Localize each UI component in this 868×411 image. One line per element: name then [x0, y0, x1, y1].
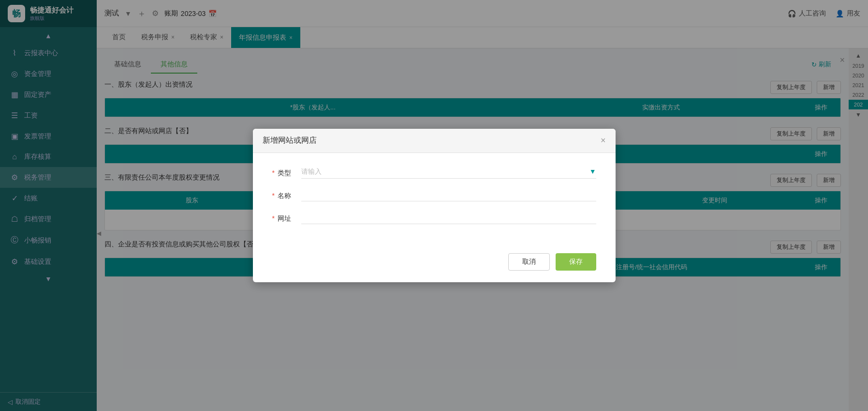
add-website-dialog: 新增网站或网店 × * 类型 ▼ * 名称: [253, 129, 616, 282]
dialog-footer: 取消 保存: [253, 245, 616, 282]
required-star-name: *: [272, 192, 275, 199]
form-input-url-wrap: [301, 213, 596, 224]
dialog-close-btn[interactable]: ×: [601, 136, 606, 146]
dialog-title: 新增网站或网店: [263, 136, 317, 146]
form-input-name-wrap: [301, 190, 596, 201]
form-label-name: * 名称: [272, 192, 301, 200]
dialog-overlay: 新增网站或网店 × * 类型 ▼ * 名称: [0, 0, 868, 411]
dialog-body: * 类型 ▼ * 名称 *: [253, 153, 616, 245]
required-star-url: *: [272, 214, 275, 222]
name-input[interactable]: [301, 190, 596, 198]
form-input-type-wrap: ▼: [301, 167, 596, 179]
form-field-url: * 网址: [272, 213, 596, 224]
required-star-type: *: [272, 169, 275, 177]
form-field-name: * 名称: [272, 190, 596, 201]
form-field-type: * 类型 ▼: [272, 167, 596, 179]
form-label-url: * 网址: [272, 214, 301, 223]
type-input[interactable]: [301, 167, 589, 175]
form-label-type: * 类型: [272, 169, 301, 178]
type-dropdown-icon[interactable]: ▼: [589, 167, 596, 175]
cancel-button[interactable]: 取消: [508, 253, 550, 271]
save-button[interactable]: 保存: [556, 253, 596, 271]
dialog-header: 新增网站或网店 ×: [253, 129, 616, 153]
url-input[interactable]: [301, 213, 596, 221]
